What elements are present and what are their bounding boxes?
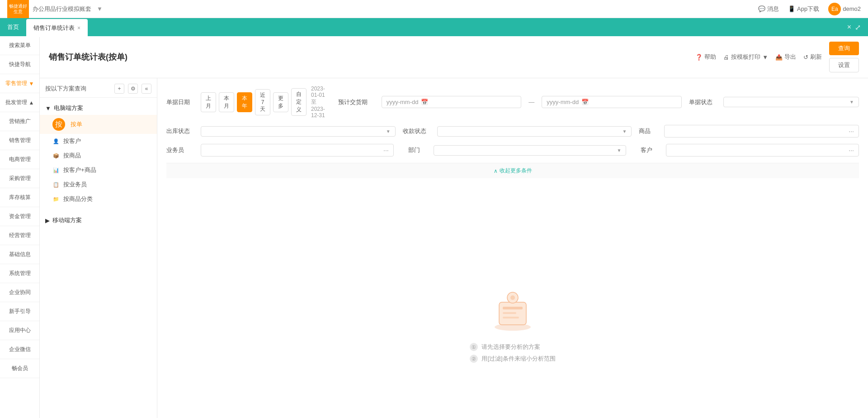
tab-home[interactable]: 首页: [0, 18, 26, 36]
customer-input[interactable]: ···: [666, 144, 859, 157]
sidebar-item-app-center[interactable]: 应用中心: [0, 321, 39, 340]
scheme-settings-button[interactable]: ⚙: [128, 84, 138, 94]
scheme-item-by-order[interactable]: 按 按单: [40, 115, 157, 134]
collapse-icon: ∧: [494, 168, 498, 174]
sidebar-item-ecommerce[interactable]: 电商管理: [0, 150, 39, 169]
calendar-icon-1: 📅: [421, 99, 428, 105]
page-header-actions: ❓ 帮助 🖨 按模板打印 ▼ 📤 导出 ↺ 刷新 查询: [695, 42, 859, 78]
out-status-label: 出库状态: [166, 127, 193, 135]
collapse-label: 收起更多条件: [500, 167, 532, 175]
receipt-status-arrow-icon: ▼: [622, 129, 627, 134]
scheme-header-label: 按以下方案查询: [45, 85, 86, 93]
retail-arrow-icon: ▼: [29, 81, 34, 87]
sidebar-item-operations[interactable]: 经营管理: [0, 226, 39, 245]
salesman-label: 业务员: [166, 146, 193, 154]
tab-close-icon[interactable]: ×: [77, 25, 80, 31]
scheme-item-by-goods[interactable]: 📦 按商品: [40, 148, 157, 163]
by-category-icon: 📁: [52, 195, 60, 203]
page-header: 销售订单统计表(按单) ❓ 帮助 🖨 按模板打印 ▼ 📤 导出 ↺ 刷新: [40, 36, 868, 78]
bill-status-select[interactable]: ▼: [723, 97, 859, 107]
filter-row-3: 业务员 ··· 部门 ▼ 客户 ···: [166, 144, 859, 157]
sidebar-item-purchase[interactable]: 采购管理: [0, 169, 39, 188]
right-panel: 单据日期 上月 本月 本年 近7天 更多 自定义 2023-01-01 至 20…: [157, 78, 868, 418]
sidebar-item-wechat[interactable]: 企业微信: [0, 340, 39, 359]
sidebar-item-finance[interactable]: 资金管理: [0, 207, 39, 226]
help-button[interactable]: ❓ 帮助: [695, 53, 716, 61]
sidebar-item-search-menu[interactable]: 搜索菜单: [0, 36, 39, 55]
sidebar-item-wholesale[interactable]: 批发管理 ▲: [0, 93, 39, 112]
sidebar-item-inventory[interactable]: 库存核算: [0, 188, 39, 207]
date-filter-group: 上月 本月 本年 近7天 更多 自定义 2023-01-01 至 2023-12…: [201, 86, 331, 119]
sidebar-item-system[interactable]: 系统管理: [0, 264, 39, 283]
scheme-collapse-button[interactable]: «: [142, 84, 151, 94]
goods-ellipsis-icon[interactable]: ···: [849, 128, 854, 135]
sidebar-item-enterprise[interactable]: 企业协同: [0, 283, 39, 302]
sidebar-item-marketing[interactable]: 营销推广: [0, 112, 39, 131]
filter-row-2: 出库状态 ▼ 收款状态 ▼ 商品 ···: [166, 125, 859, 138]
app-download-button[interactable]: 📱 App下载: [788, 5, 819, 13]
salesman-ellipsis-icon[interactable]: ···: [383, 147, 389, 154]
delivery-date-to[interactable]: yyyy-mm-dd 📅: [542, 96, 682, 108]
setting-button[interactable]: 设置: [829, 58, 859, 72]
date-placeholder-2: yyyy-mm-dd: [547, 99, 579, 105]
salesman-input[interactable]: ···: [201, 144, 394, 157]
scheme-add-button[interactable]: +: [114, 84, 124, 94]
out-status-select[interactable]: ▼: [201, 126, 396, 137]
calendar-icon-2: 📅: [581, 99, 589, 105]
breadcrumb-arrow[interactable]: ▼: [97, 5, 103, 12]
receipt-status-select[interactable]: ▼: [437, 126, 632, 137]
logo: 畅捷通好生意: [7, 0, 29, 18]
refresh-icon: ↺: [803, 54, 808, 61]
sidebar-item-basic[interactable]: 基础信息: [0, 245, 39, 264]
message-button[interactable]: 💬 消息: [758, 5, 779, 13]
svg-rect-3: [503, 312, 516, 314]
date-btn-more[interactable]: 更多: [273, 92, 288, 112]
scheme-item-by-customer[interactable]: 👤 按客户: [40, 134, 157, 148]
sidebar-item-quick-nav[interactable]: 快捷导航: [0, 55, 39, 74]
sidebar-item-sales[interactable]: 销售管理: [0, 131, 39, 150]
date-btn-7days[interactable]: 近7天: [255, 89, 270, 115]
customer-ellipsis-icon[interactable]: ···: [849, 147, 854, 154]
sidebar-item-retail[interactable]: 零售管理 ▼: [0, 74, 39, 93]
print-arrow-icon: ▼: [762, 54, 768, 61]
by-salesman-icon: 📋: [52, 181, 60, 188]
date-range-display: 2023-01-01 至 2023-12-31: [311, 86, 331, 119]
empty-tips: ① 请先选择要分析的方案 ② 用[过滤]条件来缩小分析范围: [470, 343, 555, 366]
scheme-panel: 按以下方案查询 + ⚙ « ▼ 电脑端方案 按 按单: [40, 78, 157, 418]
sidebar-item-member[interactable]: 畅会员: [0, 359, 39, 378]
collapse-bar[interactable]: ∧ 收起更多条件: [166, 163, 859, 178]
date-btn-this-month[interactable]: 本月: [219, 92, 234, 112]
tab-maximize-button[interactable]: ⤢: [855, 23, 861, 32]
print-icon: 🖨: [723, 54, 729, 61]
tab-sales-order-stat[interactable]: 销售订单统计表 ×: [26, 19, 88, 37]
main-layout: 搜索菜单 快捷导航 零售管理 ▼ 批发管理 ▲ 营销推广 销售管理 电商管理 采…: [0, 36, 868, 418]
scheme-item-by-category[interactable]: 📁 按商品分类: [40, 192, 157, 206]
refresh-button[interactable]: ↺ 刷新: [803, 53, 822, 61]
message-icon: 💬: [758, 5, 765, 12]
template-print-button[interactable]: 🖨 按模板打印 ▼: [723, 53, 768, 61]
user-menu[interactable]: Ea demo2: [828, 3, 861, 15]
customer-label: 客户: [641, 146, 659, 154]
tab-minimize-button[interactable]: ×: [847, 23, 851, 31]
desktop-section-label: 电脑端方案: [54, 104, 83, 112]
breadcrumb[interactable]: 办公用品行业模拟账套: [33, 5, 91, 13]
by-customer-goods-icon: 📊: [52, 166, 60, 174]
date-btn-custom[interactable]: 自定义: [291, 88, 307, 116]
topbar-right: 💬 消息 📱 App下载 Ea demo2: [758, 3, 861, 15]
goods-input[interactable]: ···: [664, 125, 859, 138]
sidebar-item-newbie[interactable]: 新手引导: [0, 302, 39, 321]
date-btn-last-month[interactable]: 上月: [201, 92, 216, 112]
scheme-item-by-customer-goods[interactable]: 📊 按客户+商品: [40, 163, 157, 177]
date-btn-this-year[interactable]: 本年: [237, 92, 252, 112]
receipt-status-label: 收款状态: [403, 127, 430, 135]
delivery-date-from[interactable]: yyyy-mm-dd 📅: [382, 96, 522, 108]
scheme-item-by-salesman[interactable]: 📋 按业务员: [40, 177, 157, 192]
query-button[interactable]: 查询: [829, 42, 859, 55]
mobile-scheme-title[interactable]: ▶ 移动端方案: [40, 214, 157, 227]
export-button[interactable]: 📤 导出: [775, 53, 796, 61]
svg-point-6: [510, 295, 515, 300]
desktop-arrow-icon: ▼: [45, 105, 51, 112]
mobile-section-label: 移动端方案: [52, 216, 82, 224]
desktop-scheme-title[interactable]: ▼ 电脑端方案: [40, 101, 157, 115]
dept-select[interactable]: ▼: [434, 145, 627, 156]
